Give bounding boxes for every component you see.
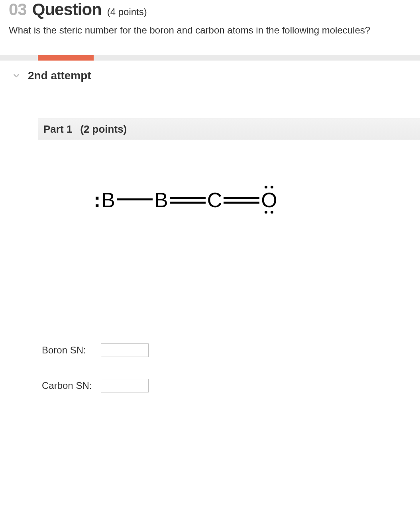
progress-fill — [38, 55, 94, 61]
atom-o-wrap: O — [261, 188, 277, 212]
boron-row: Boron SN: — [42, 343, 420, 357]
part-title: Part 1 — [43, 123, 72, 135]
bond-double-icon — [170, 196, 206, 204]
question-header: 03 Question (4 points) What is the steri… — [0, 0, 420, 43]
part-points: (2 points) — [80, 123, 127, 135]
boron-sn-input[interactable] — [101, 343, 149, 357]
question-points: (4 points) — [107, 6, 147, 18]
part-header: Part 1 (2 points) — [38, 118, 420, 140]
carbon-row: Carbon SN: — [42, 379, 420, 392]
attempt-label: 2nd attempt — [28, 69, 91, 82]
lone-pair-bottom — [265, 211, 273, 214]
molecule-diagram: : B B C O — [38, 188, 420, 212]
carbon-sn-input[interactable] — [101, 379, 149, 392]
atom-c: C — [207, 188, 222, 212]
bond-double-icon — [224, 196, 259, 204]
question-prompt: What is the steric number for the boron … — [9, 25, 411, 36]
progress-bar — [0, 55, 420, 61]
bond-single-icon — [117, 198, 153, 200]
lewis-structure: : B B C O — [94, 188, 277, 212]
question-label: Question — [32, 0, 102, 19]
atom-b1: B — [101, 188, 115, 212]
attempt-toggle[interactable]: 2nd attempt — [0, 69, 420, 82]
lone-pair-top — [265, 186, 273, 188]
question-title-line: 03 Question (4 points) — [9, 0, 411, 19]
boron-label: Boron SN: — [42, 345, 94, 356]
question-number: 03 — [9, 0, 27, 19]
lone-pair-left: : — [94, 195, 100, 205]
atom-b2: B — [154, 188, 168, 212]
carbon-label: Carbon SN: — [42, 380, 94, 391]
atom-o: O — [261, 188, 277, 212]
answer-inputs: Boron SN: Carbon SN: — [42, 343, 420, 392]
chevron-down-icon — [12, 71, 21, 80]
